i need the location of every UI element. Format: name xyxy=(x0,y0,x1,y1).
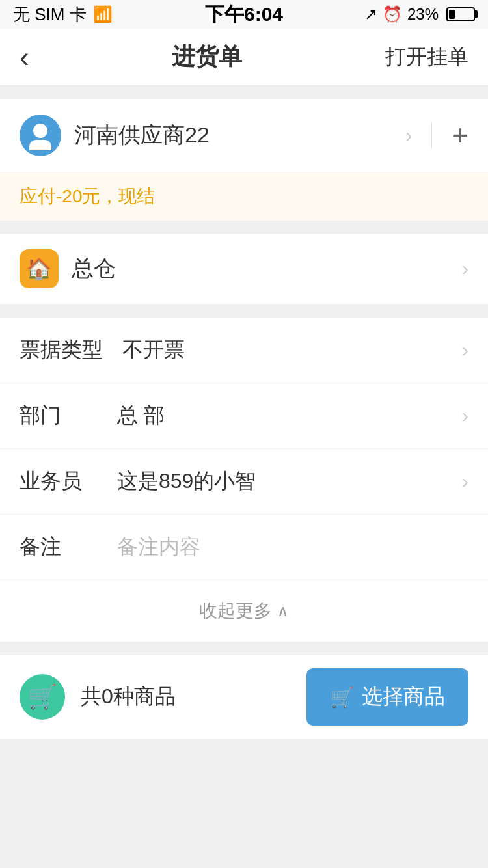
form-section: 票据类型 不开票 › 部门 总 部 › 业务员 这是859的小智 › 备注 备注… xyxy=(0,318,488,580)
gps-icon: ↗ xyxy=(364,5,377,23)
page-title: 进货单 xyxy=(172,41,242,73)
select-goods-button[interactable]: 🛒 选择商品 xyxy=(306,668,468,726)
department-row[interactable]: 部门 总 部 › xyxy=(0,383,488,449)
status-time: 下午6:04 xyxy=(205,1,283,28)
select-goods-label: 选择商品 xyxy=(362,683,445,711)
salesperson-label: 业务员 xyxy=(20,467,98,496)
battery-percent: 23% xyxy=(407,5,439,23)
add-supplier-button[interactable]: + xyxy=(452,121,468,150)
invoice-type-value: 不开票 xyxy=(122,336,455,364)
collapse-row[interactable]: 收起更多 ∧ xyxy=(0,580,488,642)
notice-text: 应付-20元，现结 xyxy=(20,186,155,206)
warehouse-name: 总仓 xyxy=(72,254,462,284)
cart-icon: 🛒 xyxy=(28,683,57,711)
invoice-type-label: 票据类型 xyxy=(20,336,103,364)
warehouse-chevron-icon: › xyxy=(462,258,468,280)
salesperson-row[interactable]: 业务员 这是859的小智 › xyxy=(0,449,488,515)
warehouse-icon: 🏠 xyxy=(20,249,59,288)
salesperson-value: 这是859的小智 xyxy=(117,467,455,496)
divider-top xyxy=(0,86,488,99)
avatar-person-icon xyxy=(29,124,52,147)
supplier-avatar xyxy=(20,115,61,156)
invoice-type-row[interactable]: 票据类型 不开票 › xyxy=(0,318,488,383)
gray-bottom-area xyxy=(0,739,488,868)
warehouse-building-icon: 🏠 xyxy=(26,256,52,281)
cart-icon-wrap: 🛒 xyxy=(20,674,65,720)
alarm-icon: ⏰ xyxy=(383,5,402,23)
supplier-section: 河南供应商22 › + 应付-20元，现结 xyxy=(0,99,488,221)
remark-row[interactable]: 备注 备注内容 xyxy=(0,515,488,580)
wifi-icon: 📶 xyxy=(93,5,113,23)
status-right: ↗ ⏰ 23% xyxy=(364,5,475,23)
salesperson-chevron-icon: › xyxy=(462,470,468,493)
invoice-type-chevron-icon: › xyxy=(462,339,468,361)
collapse-arrow-icon: ∧ xyxy=(277,602,289,620)
back-button[interactable]: ‹ xyxy=(20,43,29,72)
remark-input[interactable]: 备注内容 xyxy=(117,533,468,562)
department-label: 部门 xyxy=(20,401,98,430)
nav-bar: ‹ 进货单 打开挂单 xyxy=(0,29,488,86)
product-bar: 🛒 共0种商品 🛒 选择商品 xyxy=(0,655,488,739)
status-bar: 无 SIM 卡 📶 下午6:04 ↗ ⏰ 23% xyxy=(0,0,488,29)
department-value: 总 部 xyxy=(117,401,455,430)
warehouse-section: 🏠 总仓 › xyxy=(0,234,488,305)
warehouse-row[interactable]: 🏠 总仓 › xyxy=(0,234,488,305)
divider-bottom xyxy=(0,642,488,655)
product-count-label: 共0种商品 xyxy=(81,683,306,711)
chevron-right-icon: › xyxy=(405,124,412,146)
department-chevron-icon: › xyxy=(462,405,468,427)
select-goods-icon: 🛒 xyxy=(330,686,354,709)
divider-3 xyxy=(0,305,488,318)
collapse-text: 收起更多 xyxy=(199,599,272,623)
supplier-row[interactable]: 河南供应商22 › + xyxy=(0,99,488,172)
open-pending-button[interactable]: 打开挂单 xyxy=(385,43,468,72)
divider-2 xyxy=(0,221,488,234)
remark-label: 备注 xyxy=(20,533,98,562)
status-left: 无 SIM 卡 📶 xyxy=(13,3,113,26)
battery-icon xyxy=(446,7,475,21)
supplier-actions: › + xyxy=(405,121,468,150)
carrier-label: 无 SIM 卡 xyxy=(13,3,87,26)
notice-row: 应付-20元，现结 xyxy=(0,172,488,221)
supplier-name: 河南供应商22 xyxy=(74,120,405,150)
vertical-divider xyxy=(431,122,432,148)
